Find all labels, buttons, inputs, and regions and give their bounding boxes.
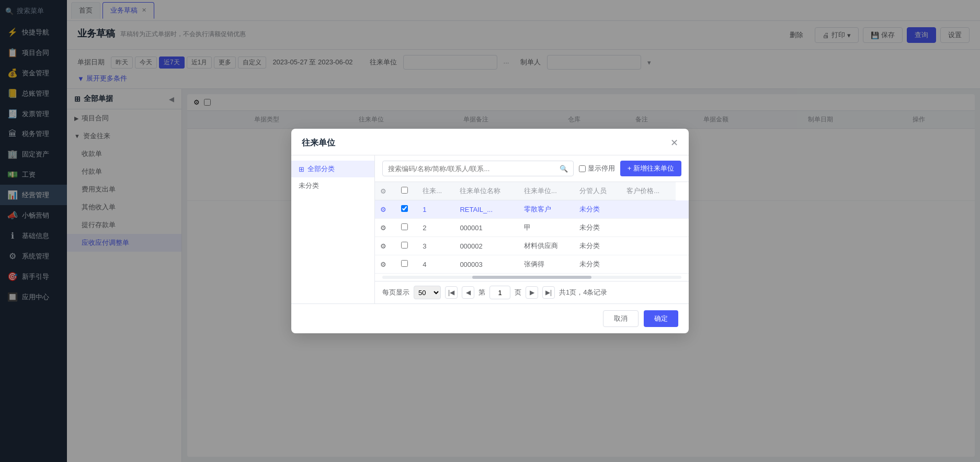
dialog-th-settings[interactable]: ⚙ — [375, 182, 396, 200]
modal-overlay: 往来单位 ✕ ⊞全部分类未分类 🔍 显示停用 + 新增 — [0, 0, 980, 462]
dialog-header-checkbox[interactable] — [401, 187, 408, 194]
row-salesperson — [621, 255, 676, 274]
dialog-header: 往来单位 ✕ — [291, 129, 689, 155]
dialog-tree-unclassified[interactable]: 未分类 — [291, 177, 374, 194]
row-settings[interactable]: ⚙ — [375, 200, 396, 219]
last-page-button[interactable]: ▶| — [542, 286, 555, 299]
dialog-th-price: 客户价格... — [621, 182, 676, 200]
show-disabled-label[interactable]: 显示停用 — [579, 164, 615, 173]
row-no: 2 — [417, 219, 454, 237]
dialog-table: ⚙往来...往来单位名称往来单位...分管人员客户价格... ⚙ 1 RETAI… — [375, 182, 689, 274]
row-settings-icon: ⚙ — [380, 261, 386, 268]
row-settings-icon: ⚙ — [380, 206, 386, 213]
dialog: 往来单位 ✕ ⊞全部分类未分类 🔍 显示停用 + 新增 — [291, 129, 689, 333]
row-salesperson — [621, 219, 676, 237]
row-category: 未分类 — [574, 219, 621, 237]
dialog-scrollbar[interactable] — [382, 276, 681, 279]
row-price — [676, 219, 689, 237]
dialog-table-row[interactable]: ⚙ 2 000001 甲 未分类 — [375, 219, 689, 237]
row-category: 未分类 — [574, 200, 621, 219]
row-no: 4 — [417, 255, 454, 274]
row-name: 零散客户 — [519, 200, 574, 219]
dialog-th-salesperson: 分管人员 — [574, 182, 621, 200]
prev-page-button[interactable]: ◀ — [462, 286, 474, 299]
dialog-table-row[interactable]: ⚙ 4 000003 张俩得 未分类 — [375, 255, 689, 274]
search-icon: 🔍 — [560, 165, 568, 173]
row-price — [676, 255, 689, 274]
dialog-scrollbar-thumb[interactable] — [472, 276, 592, 279]
total-info: 共1页，4条记录 — [559, 288, 607, 297]
dialog-th-code: 往来... — [417, 182, 454, 200]
row-code: 000003 — [454, 255, 519, 274]
dialog-th-name: 往来单位名称 — [454, 182, 519, 200]
row-code: RETAIL_... — [454, 200, 519, 219]
row-code: 000001 — [454, 219, 519, 237]
row-code: 000002 — [454, 237, 519, 255]
dialog-tree: ⊞全部分类未分类 — [291, 155, 375, 303]
dialog-table-row[interactable]: ⚙ 1 RETAIL_... 零散客户 未分类 — [375, 200, 689, 219]
dialog-th-check — [396, 182, 417, 200]
page-input[interactable] — [489, 286, 510, 299]
dialog-search-wrapper: 🔍 — [382, 161, 574, 176]
dialog-pagination: 每页显示 50 100 |◀ ◀ 第 页 ▶ ▶| 共1页，4条记录 — [375, 281, 689, 303]
dialog-close-button[interactable]: ✕ — [670, 137, 678, 149]
row-name: 材料供应商 — [519, 237, 574, 255]
dialog-table-wrap: ⚙往来...往来单位名称往来单位...分管人员客户价格... ⚙ 1 RETAI… — [375, 182, 689, 274]
row-settings-icon: ⚙ — [380, 242, 386, 250]
first-page-button[interactable]: |◀ — [445, 286, 458, 299]
row-category: 未分类 — [574, 255, 621, 274]
dialog-footer: 取消 确定 — [291, 303, 689, 333]
dialog-content: 🔍 显示停用 + 新增往来单位 ⚙往来...往来单位名称往来单位...分管人员客… — [375, 155, 689, 303]
grid-icon: ⊞ — [299, 165, 304, 173]
row-checkbox[interactable] — [396, 200, 417, 219]
row-checkbox[interactable] — [396, 237, 417, 255]
dialog-toolbar: 🔍 显示停用 + 新增往来单位 — [375, 155, 689, 182]
row-settings[interactable]: ⚙ — [375, 255, 396, 274]
row-price — [676, 237, 689, 255]
dialog-tree-all[interactable]: ⊞全部分类 — [291, 161, 374, 177]
row-settings-icon: ⚙ — [380, 224, 386, 232]
dialog-table-row[interactable]: ⚙ 3 000002 材料供应商 未分类 — [375, 237, 689, 255]
confirm-button[interactable]: 确定 — [644, 310, 678, 327]
row-name: 甲 — [519, 219, 574, 237]
row-salesperson — [621, 200, 676, 219]
row-salesperson — [621, 237, 676, 255]
row-checkbox[interactable] — [396, 219, 417, 237]
add-customer-button[interactable]: + 新增往来单位 — [620, 161, 681, 176]
next-page-button[interactable]: ▶ — [526, 286, 538, 299]
page-size-select[interactable]: 50 100 — [414, 286, 441, 299]
row-price — [676, 200, 689, 219]
row-name: 张俩得 — [519, 255, 574, 274]
row-no: 1 — [417, 200, 454, 219]
row-settings[interactable]: ⚙ — [375, 237, 396, 255]
dialog-title: 往来单位 — [302, 138, 335, 149]
row-settings[interactable]: ⚙ — [375, 219, 396, 237]
dialog-th-category: 往来单位... — [519, 182, 574, 200]
cancel-button[interactable]: 取消 — [603, 310, 639, 327]
show-disabled-checkbox[interactable] — [579, 165, 586, 172]
row-checkbox[interactable] — [396, 255, 417, 274]
row-no: 3 — [417, 237, 454, 255]
dialog-body: ⊞全部分类未分类 🔍 显示停用 + 新增往来单位 — [291, 155, 689, 303]
row-category: 未分类 — [574, 237, 621, 255]
dialog-search-input[interactable] — [388, 165, 556, 173]
